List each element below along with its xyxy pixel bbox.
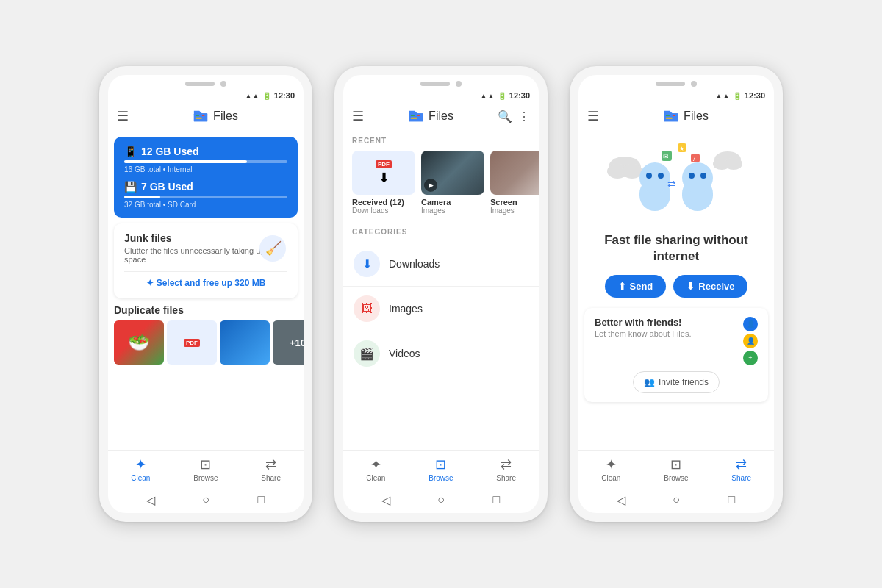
nav-share-label-2: Share (496, 474, 516, 482)
thumb-vegetables: 🥗 (114, 320, 164, 365)
receive-button[interactable]: ⬇ Receive (673, 275, 747, 298)
storage-internal-sub: 16 GB total • Internal (124, 165, 287, 173)
signal-icon: ▲▲ (245, 92, 259, 100)
nav-share-3[interactable]: ⇄ Share (721, 456, 762, 482)
category-videos[interactable]: 🎬 Videos (343, 331, 539, 376)
thumb-pdf: PDF (167, 320, 217, 365)
downloads-icon: ⬇ (362, 257, 372, 271)
svg-rect-14 (666, 115, 670, 116)
clean-icon-1: ✦ (135, 456, 146, 473)
svg-rect-3 (196, 118, 202, 119)
svg-rect-11 (417, 115, 420, 116)
speaker-3 (656, 82, 685, 86)
phone-1-top-bar (108, 75, 304, 90)
share-icon-1: ⇄ (265, 456, 276, 473)
nav-clean-label-3: Clean (601, 474, 620, 482)
back-btn-1[interactable]: ◁ (143, 492, 158, 507)
nav-share-2[interactable]: ⇄ Share (486, 456, 527, 482)
nav-browse-label-3: Browse (664, 474, 688, 482)
camera-title: Camera (421, 198, 484, 207)
speaker-2 (420, 82, 450, 86)
friends-sub: Let them know about Files. (595, 329, 691, 338)
recents-btn-2[interactable]: □ (489, 492, 503, 507)
play-icon: ▶ (424, 179, 437, 192)
invite-friends-button[interactable]: 👥 Invite friends (633, 371, 720, 393)
search-icon-2[interactable]: 🔍 (498, 110, 512, 123)
phone-2: ▲▲ 🔋 12:30 ☰ Files 🔍 (334, 66, 548, 522)
free-up-button[interactable]: ✦ Select and free up 320 MB (124, 271, 287, 291)
svg-text:★: ★ (679, 146, 684, 152)
phone-3: ▲▲ 🔋 12:30 ☰ Files (570, 66, 783, 522)
camera-3 (691, 81, 697, 87)
sharing-title: Fast file sharing without internet (578, 226, 774, 275)
recent-card-camera[interactable]: ▶ Camera Images (421, 151, 484, 215)
internal-used-text: 12 GB Used (141, 146, 199, 157)
camera-2 (456, 81, 462, 87)
recents-btn-1[interactable]: □ (254, 492, 268, 507)
internal-progress-fill (124, 160, 247, 163)
svg-rect-2 (196, 115, 200, 116)
recent-card-screen[interactable]: Screen Images (490, 151, 539, 215)
storage-internal-row: 📱 12 GB Used 16 GB total • Internal (124, 146, 287, 173)
thumb-more-count: +10 (273, 320, 304, 365)
home-btn-1[interactable]: ○ (198, 492, 213, 507)
share-btns: ⬆ Send ⬇ Receive (578, 275, 774, 308)
received-sub: Downloads (352, 207, 415, 215)
duplicate-thumbs: 🥗 PDF +10 (114, 320, 298, 365)
svg-point-29 (689, 173, 695, 179)
recents-btn-3[interactable]: □ (724, 492, 739, 507)
menu-icon-1[interactable]: ☰ (117, 108, 129, 124)
status-bar-1: ▲▲ 🔋 12:30 (108, 90, 304, 101)
speaker (185, 82, 215, 86)
svg-rect-9 (411, 115, 415, 116)
bottom-nav-3: ✦ Clean ⊡ Browse ⇄ Share (578, 450, 774, 487)
category-downloads[interactable]: ⬇ Downloads (343, 242, 539, 287)
recent-card-received[interactable]: PDF ⬇ Received (12) Downloads (352, 151, 415, 215)
svg-point-22 (725, 158, 742, 170)
screen-thumb (490, 151, 539, 195)
nav-browse-2[interactable]: ⊡ Browse (420, 456, 462, 482)
nav-browse-3[interactable]: ⊡ Browse (656, 456, 697, 482)
category-images[interactable]: 🖼 Images (343, 287, 539, 331)
signal-icon-2: ▲▲ (480, 92, 495, 100)
nav-clean-3[interactable]: ✦ Clean (590, 456, 631, 482)
svg-point-24 (639, 162, 670, 193)
recent-thumbs: PDF ⬇ Received (12) Downloads ▶ Camera I… (343, 148, 539, 222)
menu-icon-2[interactable]: ☰ (352, 108, 364, 124)
nav-browse-1[interactable]: ⊡ Browse (185, 456, 226, 482)
back-btn-3[interactable]: ◁ (614, 492, 628, 507)
send-button[interactable]: ⬆ Send (605, 275, 667, 298)
app-header-2: ☰ Files 🔍 ⋮ (343, 101, 539, 131)
nav-clean-2[interactable]: ✦ Clean (355, 456, 396, 482)
category-list: ⬇ Downloads 🖼 Images 🎬 Videos (343, 239, 539, 450)
android-nav-3: ◁ ○ □ (578, 487, 774, 513)
nav-clean-1[interactable]: ✦ Clean (120, 456, 161, 482)
send-label: Send (630, 281, 653, 292)
pdf-badge-2: PDF (376, 160, 392, 168)
images-icon: 🖼 (361, 302, 373, 315)
camera-sub: Images (421, 207, 484, 215)
download-icon-thumb: ⬇ (379, 170, 390, 186)
svg-text:⇄: ⇄ (667, 178, 676, 190)
status-bar-3: ▲▲ 🔋 12:30 (578, 90, 774, 101)
screen-title: Screen (490, 198, 539, 207)
duplicate-section: Duplicate files 🥗 PDF +10 (114, 304, 298, 365)
videos-icon: 🎬 (359, 347, 374, 361)
home-btn-3[interactable]: ○ (669, 492, 684, 507)
svg-rect-16 (673, 115, 675, 116)
home-btn-2[interactable]: ○ (434, 492, 448, 507)
more-icon-2[interactable]: ⋮ (518, 110, 530, 123)
app-header-1: ☰ Files (108, 101, 304, 131)
files-title-2: Files (429, 110, 453, 123)
svg-rect-13 (664, 113, 678, 121)
back-btn-2[interactable]: ◁ (379, 492, 393, 507)
phone-icon: 📱 (124, 146, 137, 157)
android-nav-2: ◁ ○ □ (343, 487, 539, 513)
svg-rect-15 (666, 118, 673, 119)
svg-text:♪: ♪ (692, 156, 695, 162)
nav-share-1[interactable]: ⇄ Share (251, 456, 292, 482)
header-icons-2: 🔍 ⋮ (498, 110, 530, 123)
received-thumb: PDF ⬇ (352, 151, 415, 195)
menu-icon-3[interactable]: ☰ (587, 108, 599, 124)
svg-rect-1 (194, 113, 207, 121)
